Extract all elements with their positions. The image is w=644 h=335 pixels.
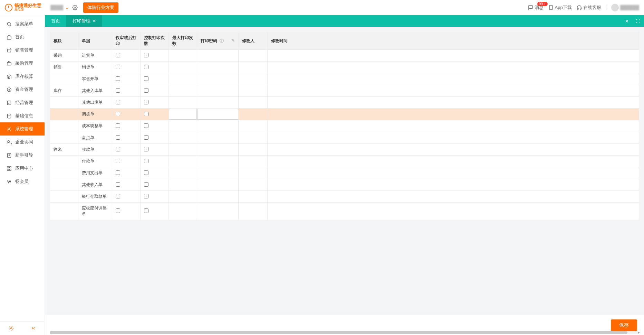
sidebar-item-bag[interactable]: 销售管理	[0, 44, 45, 57]
th-max: 最大打印次数	[169, 32, 197, 50]
th-ctrl: 控制打印次数	[141, 32, 169, 50]
trial-button[interactable]: 体验行业方案	[83, 2, 118, 13]
ctrl-checkbox[interactable]	[144, 194, 148, 198]
table-row: 付款单	[50, 156, 639, 167]
sidebar-item-vip[interactable]: 畅会员	[0, 175, 45, 188]
audit-checkbox[interactable]	[116, 88, 120, 93]
sidebar-item-apps[interactable]: 应用中心	[0, 162, 45, 175]
audit-checkbox[interactable]	[116, 170, 120, 175]
audit-checkbox[interactable]	[116, 159, 120, 163]
support-label: 在线客服	[583, 4, 601, 11]
ctrl-checkbox[interactable]	[144, 208, 148, 213]
cell-max	[169, 109, 197, 120]
cell-doc: 费用支出单	[78, 167, 112, 179]
sidebar-item-db[interactable]: 基础信息	[0, 109, 45, 122]
table-row: 银行存取款单	[50, 191, 639, 203]
audit-checkbox[interactable]	[116, 182, 120, 187]
messages-link[interactable]: 消息 99 +	[528, 4, 544, 11]
settings-icon[interactable]	[72, 5, 78, 10]
max-print-input[interactable]	[169, 109, 197, 120]
horizontal-scrollbar[interactable]: ▸	[50, 331, 639, 334]
print-password-input[interactable]	[197, 109, 238, 120]
edit-icon[interactable]: ✎	[231, 38, 235, 43]
cell-max	[169, 167, 197, 179]
sidebar-item-search[interactable]: 搜索菜单	[0, 17, 45, 30]
app-download-link[interactable]: App下载	[548, 4, 572, 11]
audit-checkbox[interactable]	[116, 208, 120, 213]
sidebar-item-label: 资金管理	[15, 86, 33, 93]
help-icon[interactable]: ⓘ	[220, 38, 224, 43]
sidebar-item-team[interactable]: 企业协同	[0, 136, 45, 149]
sidebar-item-guide[interactable]: 新手引导	[0, 149, 45, 162]
audit-checkbox[interactable]	[116, 76, 120, 81]
ctrl-checkbox[interactable]	[144, 170, 148, 175]
ctrl-checkbox[interactable]	[144, 76, 148, 81]
cell-doc: 进货单	[78, 50, 112, 62]
sidebar-item-label: 新手引导	[15, 152, 33, 158]
cell-module	[50, 203, 78, 220]
ctrl-checkbox[interactable]	[144, 147, 148, 151]
sidebar-item-cart[interactable]: 采购管理	[0, 57, 45, 70]
ctrl-checkbox[interactable]	[144, 53, 148, 57]
cell-doc: 盘点单	[78, 132, 112, 144]
ctrl-checkbox[interactable]	[144, 112, 148, 116]
cell-editor	[239, 85, 268, 97]
table-row: 费用支出单	[50, 167, 639, 179]
sidebar-item-gear[interactable]: 系统管理	[0, 122, 45, 136]
sidebar-item-label: 采购管理	[15, 60, 33, 66]
cell-ctrl	[141, 203, 169, 220]
cell-module	[50, 120, 78, 132]
cell-doc: 销货单	[78, 62, 112, 73]
table-row: 其他出库单	[50, 97, 639, 109]
save-button[interactable]: 保存	[611, 319, 637, 331]
fullscreen-icon[interactable]	[632, 15, 644, 27]
cell-doc: 其他入库单	[78, 85, 112, 97]
app-download-label: App下载	[555, 4, 572, 11]
sidebar-item-money[interactable]: 资金管理	[0, 83, 45, 96]
cell-max	[169, 97, 197, 109]
cell-time	[268, 109, 639, 120]
audit-checkbox[interactable]	[116, 112, 120, 116]
audit-checkbox[interactable]	[116, 53, 120, 57]
sidebar-item-report[interactable]: 经营管理	[0, 96, 45, 109]
table-row: 应收应付调整单	[50, 203, 639, 220]
scrollbar-thumb[interactable]	[50, 331, 627, 334]
chevron-down-icon: ⌄	[65, 5, 69, 10]
close-icon[interactable]: ✕	[93, 19, 96, 24]
logo[interactable]: 畅捷通好生意 精品版	[5, 3, 44, 12]
ctrl-checkbox[interactable]	[144, 65, 148, 69]
audit-checkbox[interactable]	[116, 100, 120, 104]
tab-print-management[interactable]: 打印管理 ✕	[66, 15, 102, 27]
table-row: 零售开单	[50, 73, 639, 85]
svg-rect-2	[549, 5, 552, 10]
cell-module: 采购	[50, 50, 78, 62]
sidebar-item-home[interactable]: 首页	[0, 30, 45, 44]
audit-checkbox[interactable]	[116, 194, 120, 198]
audit-checkbox[interactable]	[116, 147, 120, 151]
support-link[interactable]: 在线客服	[577, 4, 601, 11]
cell-editor	[239, 73, 268, 85]
company-selector[interactable]: ████ ⌄	[50, 5, 69, 10]
sidebar-collapse-icon[interactable]	[31, 326, 36, 331]
tab-home[interactable]: 首页	[45, 15, 66, 27]
ctrl-checkbox[interactable]	[144, 88, 148, 93]
user-menu[interactable]: ██████	[611, 4, 639, 11]
svg-rect-5	[7, 62, 11, 65]
audit-checkbox[interactable]	[116, 135, 120, 140]
table-row: 往来收款单	[50, 144, 639, 156]
cell-time	[268, 203, 639, 220]
audit-checkbox[interactable]	[116, 65, 120, 69]
scroll-right-icon[interactable]: ▸	[638, 331, 640, 334]
svg-point-4	[7, 22, 10, 25]
ctrl-checkbox[interactable]	[144, 100, 148, 104]
headset-icon	[577, 5, 582, 10]
cell-pwd	[197, 109, 239, 120]
sidebar-settings-icon[interactable]	[9, 326, 14, 331]
ctrl-checkbox[interactable]	[144, 123, 148, 128]
ctrl-checkbox[interactable]	[144, 182, 148, 187]
tab-close-all-icon[interactable]: ✕	[622, 15, 632, 27]
ctrl-checkbox[interactable]	[144, 159, 148, 163]
audit-checkbox[interactable]	[116, 123, 120, 128]
ctrl-checkbox[interactable]	[144, 135, 148, 140]
sidebar-item-stock[interactable]: 库存核算	[0, 70, 45, 83]
